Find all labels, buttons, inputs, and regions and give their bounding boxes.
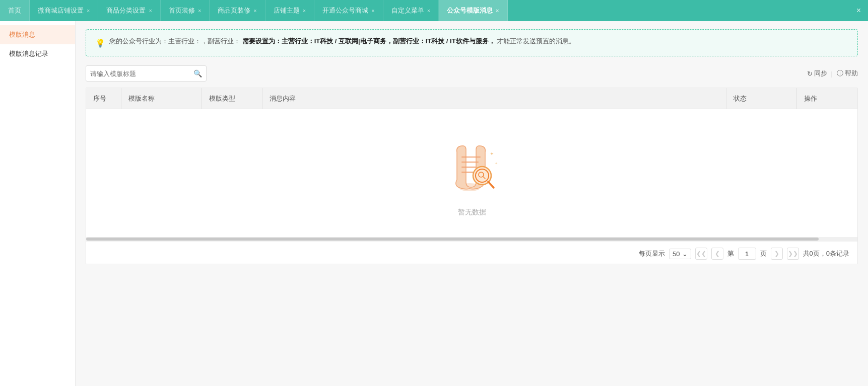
sidebar: 模版消息 模版消息记录: [0, 21, 76, 386]
tab-wechat-shop-close[interactable]: ×: [87, 8, 90, 14]
page-size-label: 每页显示: [639, 249, 665, 258]
toolbar-right: ↻ 同步 | ⓘ 帮助: [807, 69, 858, 78]
notice-icon: 💡: [95, 36, 105, 50]
content-area: 💡 您的公众号行业为：主营行业：，副营行业： 需要设置为：主营行业：IT科技 /…: [76, 21, 868, 386]
tab-shop-theme[interactable]: 店铺主题 ×: [265, 0, 314, 21]
tab-bar: 首页 微商城店铺设置 × 商品分类设置 × 首页装修 × 商品页装修 × 店铺主…: [0, 0, 868, 21]
search-box: 🔍: [86, 65, 207, 82]
page-size-select[interactable]: 50 ⌄: [669, 249, 691, 259]
tab-wechat-shop[interactable]: 微商城店铺设置 ×: [30, 0, 98, 21]
col-action: 操作: [797, 88, 857, 109]
tab-home-decor-close[interactable]: ×: [198, 8, 201, 14]
tab-bar-close-all[interactable]: ×: [849, 6, 868, 15]
scrollbar-thumb[interactable]: [86, 238, 819, 241]
tab-home[interactable]: 首页: [0, 0, 30, 21]
pagination-next[interactable]: ❯: [771, 248, 783, 260]
tab-open-wechat-mall-close[interactable]: ×: [371, 8, 374, 14]
tab-open-wechat-mall-label: 开通公众号商城: [322, 6, 368, 15]
page-label: 第: [727, 249, 734, 258]
help-button[interactable]: ⓘ 帮助: [837, 69, 858, 78]
pagination-last[interactable]: ❯❯: [787, 248, 799, 260]
table-wrapper: 序号 模版名称 模版类型 消息内容 状态 操作: [86, 88, 858, 264]
sidebar-item-template-msg[interactable]: 模版消息: [0, 25, 75, 44]
help-icon: ⓘ: [837, 69, 843, 78]
svg-text:✦: ✦: [490, 151, 494, 157]
tab-product-category-label: 商品分类设置: [106, 6, 146, 15]
sync-label: 同步: [814, 69, 827, 78]
tab-shop-theme-label: 店铺主题: [274, 6, 300, 15]
notice-box: 💡 您的公众号行业为：主营行业：，副营行业： 需要设置为：主营行业：IT科技 /…: [86, 29, 858, 56]
notice-suffix: 才能正常发送预置的消息。: [497, 37, 575, 45]
scrollbar-area[interactable]: [86, 237, 857, 241]
page-size-value: 50: [673, 250, 680, 258]
sync-button[interactable]: ↻ 同步: [807, 69, 827, 78]
col-content: 消息内容: [262, 88, 726, 109]
empty-text: 暂无数据: [458, 208, 486, 217]
tab-home-decor[interactable]: 首页装修 ×: [161, 0, 210, 21]
empty-state: ✦ ✦ 暂无数据: [86, 109, 857, 237]
sidebar-item-template-msg-log-label: 模版消息记录: [9, 50, 48, 57]
tab-wechat-shop-label: 微商城店铺设置: [38, 6, 84, 15]
tab-custom-menu-close[interactable]: ×: [427, 8, 430, 14]
col-status: 状态: [726, 88, 797, 109]
search-icon[interactable]: 🔍: [193, 69, 202, 78]
toolbar-divider: |: [831, 70, 833, 78]
pagination-first[interactable]: ❮❮: [695, 248, 707, 260]
main-layout: 模版消息 模版消息记录 💡 您的公众号行业为：主营行业：，副营行业： 需要设置为…: [0, 21, 868, 386]
page-number-input[interactable]: [738, 248, 756, 260]
notice-prefix: 您的公众号行业为：主营行业：，副营行业：: [109, 37, 240, 45]
tab-product-decor[interactable]: 商品页装修 ×: [210, 0, 265, 21]
sidebar-item-template-msg-log[interactable]: 模版消息记录: [0, 44, 75, 63]
tab-product-decor-label: 商品页装修: [218, 6, 250, 15]
tab-open-wechat-mall[interactable]: 开通公众号商城 ×: [314, 0, 383, 21]
svg-text:✦: ✦: [495, 162, 498, 165]
sidebar-item-template-msg-label: 模版消息: [9, 31, 35, 38]
sync-icon: ↻: [807, 70, 813, 78]
toolbar-row: 🔍 ↻ 同步 | ⓘ 帮助: [86, 65, 858, 82]
table-header: 序号 模版名称 模版类型 消息内容 状态 操作: [86, 88, 857, 109]
search-input[interactable]: [90, 70, 193, 78]
tab-custom-menu[interactable]: 自定义菜单 ×: [383, 0, 439, 21]
col-name: 模版名称: [121, 88, 202, 109]
page-size-chevron: ⌄: [682, 250, 688, 258]
tab-home-decor-label: 首页装修: [169, 6, 195, 15]
pagination-prev[interactable]: ❮: [711, 248, 723, 260]
notice-text: 您的公众号行业为：主营行业：，副营行业： 需要设置为：主营行业：IT科技 / 互…: [109, 36, 575, 47]
tab-shop-theme-close[interactable]: ×: [303, 8, 306, 14]
tab-home-label: 首页: [8, 6, 21, 15]
tab-custom-menu-label: 自定义菜单: [391, 6, 424, 15]
pagination-row: 每页显示 50 ⌄ ❮❮ ❮ 第 页 ❯ ❯❯ 共0页，0条记录: [86, 241, 857, 264]
help-label: 帮助: [845, 69, 858, 78]
empty-illustration: ✦ ✦: [442, 139, 502, 200]
col-index: 序号: [86, 88, 121, 109]
tab-template-msg-label: 公众号模版消息: [447, 6, 493, 15]
tab-product-decor-close[interactable]: ×: [253, 8, 256, 14]
page-unit: 页: [760, 249, 767, 258]
tab-product-category[interactable]: 商品分类设置 ×: [98, 0, 160, 21]
tab-template-msg-close[interactable]: ×: [496, 8, 499, 14]
notice-highlight: 需要设置为：主营行业：IT科技 / 互联网|电子商务，副营行业：IT科技 / I…: [242, 37, 495, 45]
svg-line-7: [488, 182, 494, 188]
total-label: 共0页，0条记录: [803, 249, 849, 258]
tab-product-category-close[interactable]: ×: [149, 8, 152, 14]
tab-template-msg[interactable]: 公众号模版消息 ×: [439, 0, 507, 21]
col-type: 模版类型: [202, 88, 262, 109]
